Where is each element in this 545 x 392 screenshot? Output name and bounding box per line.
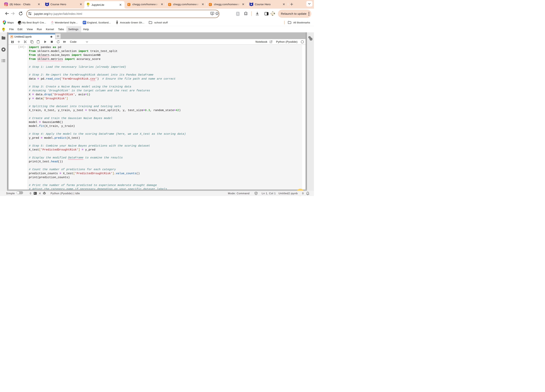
svg-text:IROCOCO: IROCOCO bbox=[51, 24, 54, 24]
